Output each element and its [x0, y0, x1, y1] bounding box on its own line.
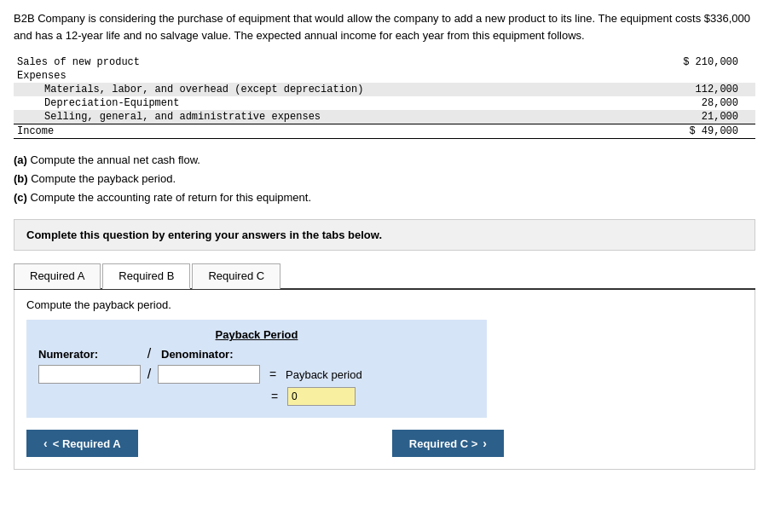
intro-text: B2B Company is considering the purchase …: [14, 10, 755, 43]
tasks-section: (a) Compute the annual net cash flow. (b…: [14, 151, 755, 207]
financial-label: Materials, labor, and overhead (except d…: [14, 83, 459, 96]
financial-value: 112,000: [459, 83, 755, 96]
next-button[interactable]: Required C > ›: [392, 430, 504, 457]
tab-required-a[interactable]: Required A: [14, 263, 101, 289]
complete-box: Complete this question by entering your …: [14, 219, 755, 251]
tabs-row: Required A Required B Required C: [14, 263, 755, 290]
payback-container: Payback Period Numerator: / Denominator:…: [26, 320, 487, 418]
payback-result-box[interactable]: 0: [287, 387, 356, 406]
financial-label: Selling, general, and administrative exp…: [14, 110, 459, 124]
financial-row: Depreciation-Equipment28,000: [14, 96, 755, 110]
numerator-input[interactable]: [38, 365, 141, 384]
financial-value: 28,000: [459, 96, 755, 110]
arrow-right-icon: ›: [483, 437, 487, 450]
task-a: (a) Compute the annual net cash flow.: [14, 151, 755, 170]
denominator-input[interactable]: [158, 365, 260, 384]
slash-input: /: [141, 367, 158, 382]
slash-header: /: [141, 346, 158, 361]
tab-required-b[interactable]: Required B: [102, 263, 190, 289]
payback-title: Payback Period: [38, 328, 475, 341]
equals-sign-2: =: [262, 390, 287, 403]
financial-row: Materials, labor, and overhead (except d…: [14, 83, 755, 96]
financial-row: Income$ 49,000: [14, 124, 755, 139]
financial-row: Expenses: [14, 69, 755, 83]
equals-sign-1: =: [260, 367, 286, 381]
next-button-label: Required C >: [409, 437, 478, 450]
financial-label: Expenses: [14, 69, 459, 83]
compute-label: Compute the payback period.: [26, 298, 743, 311]
payback-header-row: Numerator: / Denominator:: [38, 346, 475, 361]
task-c: (c) Compute the accounting rate of retur…: [14, 188, 755, 207]
nav-buttons: ‹ < Required A Required C > ›: [26, 430, 504, 457]
task-b: (b) Compute the payback period.: [14, 170, 755, 188]
payback-input-row: / = Payback period: [38, 365, 475, 384]
financial-label: Sales of new product: [14, 55, 459, 69]
tab-content: Compute the payback period. Payback Peri…: [14, 290, 755, 470]
financial-value: $ 49,000: [459, 124, 755, 139]
payback-result-row: = 0: [38, 387, 475, 406]
financial-row: Sales of new product$ 210,000: [14, 55, 755, 69]
payback-result-value: 0: [292, 390, 298, 402]
financial-label: Depreciation-Equipment: [14, 96, 459, 110]
numerator-label: Numerator:: [38, 348, 141, 361]
arrow-left-icon: ‹: [43, 437, 48, 450]
financial-row: Selling, general, and administrative exp…: [14, 110, 755, 124]
financial-label: Income: [14, 124, 459, 139]
financial-value: 21,000: [459, 110, 755, 124]
denominator-label: Denominator:: [158, 348, 234, 361]
financial-table: Sales of new product$ 210,000ExpensesMat…: [14, 55, 755, 139]
prev-button[interactable]: ‹ < Required A: [26, 430, 138, 457]
payback-period-label: Payback period: [286, 368, 362, 381]
financial-value: $ 210,000: [459, 55, 755, 69]
tab-required-c[interactable]: Required C: [192, 263, 280, 289]
financial-value: [459, 69, 755, 83]
prev-button-label: < Required A: [53, 437, 121, 450]
